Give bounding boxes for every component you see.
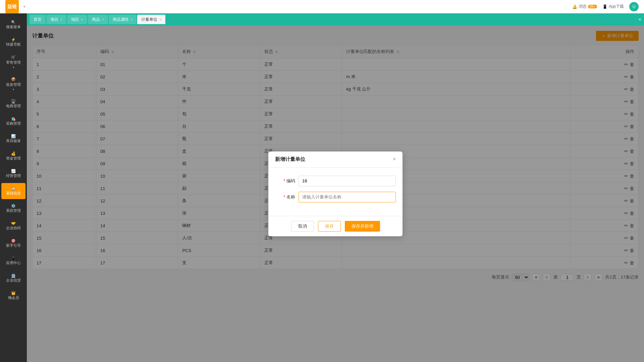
modal-header: 新增计量单位 × [268,152,402,168]
code-field-label: 编码 [275,178,295,184]
tab-home[interactable]: 首页 [30,15,46,24]
cancel-button[interactable]: 取消 [291,221,314,232]
avatar-text: U [633,4,636,9]
tab-projects-close[interactable]: × [60,18,62,21]
tab-products[interactable]: 商品 × [88,15,108,24]
tab-products-label: 商品 [92,17,100,22]
wholesale-icon: 📦 [11,77,16,81]
save-button[interactable]: 保存 [318,221,341,232]
app-download-label: App下载 [609,4,624,9]
save-and-new-button[interactable]: 保存并新增 [345,221,380,232]
tabs-bar: 首页 项目 × 地区 × 商品 × 商品属性 × 计量单位 × × [27,13,644,25]
sidebar-item-search-menu[interactable]: 🔍搜索菜单 [1,17,25,33]
form-row-name: 名称 [275,192,396,202]
tab-attributes-close[interactable]: × [131,18,133,21]
wholesale-expand-icon: ▾ [13,88,14,91]
sidebar-item-quick-nav[interactable]: ⚡快捷导航 [1,34,25,50]
topbar: 益链 ▼ 🔔 消息 99+ 📱 App下载 U [0,0,644,13]
sidebar-item-system-mgmt[interactable]: ⚙️系统管理 [1,200,25,217]
sidebar-item-wholesale-mgmt[interactable]: 📦 批发管理 ▾ [1,74,25,95]
sidebar-item-membership[interactable]: 👑嗨会员 [1,288,25,304]
modal-overlay: 新增计量单位 × 编码 名称 取消 [27,25,644,362]
sidebar-item-stock-check[interactable]: 📊库存核算 [1,131,25,147]
sidebar-item-retail-mgmt[interactable]: 🛒 零售管理 ▾ [1,52,25,72]
sidebar-item-app-center[interactable]: 📱应用中心 [1,253,25,269]
form-row-code: 编码 [275,176,396,186]
tab-projects[interactable]: 项目 × [46,15,66,24]
sidebar: 🔍搜索菜单 ⚡快捷导航 🛒 零售管理 ▾ 📦 批发管理 ▾ 🖥️电商管理 🛍️采… [0,13,27,362]
modal-body: 编码 名称 [268,168,402,216]
page-area: 计量单位 ＋ 新增计量单位 序号 编码 ⇅ 名称 [27,25,644,362]
logo-area: 益链 [5,0,19,13]
tab-regions[interactable]: 地区 × [67,15,87,24]
topbar-right: 🔔 消息 99+ 📱 App下载 U [572,2,639,11]
app-download-btn[interactable]: 📱 App下载 [602,4,624,9]
tab-units[interactable]: 计量单位 × [137,15,165,24]
sidebar-item-ecommerce-mgmt[interactable]: 🖥️电商管理 [1,96,25,112]
logo-dropdown-icon[interactable]: ▼ [23,5,26,8]
tab-attributes[interactable]: 商品属性 × [109,15,137,24]
sidebar-item-finance-mgmt[interactable]: 💰资金管理 [1,148,25,164]
main-layout: 🔍搜索菜单 ⚡快捷导航 🛒 零售管理 ▾ 📦 批发管理 ▾ 🖥️电商管理 🛍️采… [0,13,644,362]
modal-footer: 取消 保存 保存并新增 [268,216,402,236]
tab-attributes-label: 商品属性 [113,17,129,22]
tab-units-close[interactable]: × [159,18,161,21]
user-avatar[interactable]: U [629,2,639,11]
tab-projects-label: 项目 [50,17,58,22]
tab-regions-label: 地区 [71,17,79,22]
tabs-close-all[interactable]: × [639,17,641,22]
retail-icon: 🛒 [11,55,16,59]
name-input[interactable] [299,192,396,202]
modal-close-btn[interactable]: × [393,156,396,162]
notification-badge: 99+ [588,5,597,8]
topbar-left: 益链 ▼ [5,0,26,13]
tab-products-close[interactable]: × [102,18,104,21]
sidebar-item-basic-info[interactable]: 🏠基础信息 [1,183,25,199]
name-field-label: 名称 [275,194,295,200]
sidebar-item-enterprise-credit[interactable]: 🏦企业信贷 [1,270,25,286]
tab-regions-close[interactable]: × [81,18,83,21]
sidebar-item-operation-mgmt[interactable]: 📈经营管理 [1,166,25,182]
code-input[interactable] [299,176,396,186]
logo-icon: 益链 [5,0,19,13]
notification-label: 消息 [579,4,587,9]
tab-home-label: 首页 [34,17,42,22]
modal-title: 新增计量单位 [275,156,305,163]
main-content: 首页 项目 × 地区 × 商品 × 商品属性 × 计量单位 × × [27,13,644,362]
phone-icon: 📱 [602,4,607,9]
sidebar-item-biz-agreement[interactable]: 🤝企业协同 [1,218,25,234]
tab-units-label: 计量单位 [141,17,157,22]
add-unit-modal: 新增计量单位 × 编码 名称 取消 [268,152,402,236]
retail-expand-icon: ▾ [13,66,14,69]
notification-btn[interactable]: 🔔 消息 99+ [572,4,597,9]
sidebar-item-purchase-mgmt[interactable]: 🛍️采购管理 [1,113,25,129]
sidebar-item-newcomer-guide[interactable]: 🎯新手引导 [1,235,25,251]
notification-icon: 🔔 [572,4,577,9]
